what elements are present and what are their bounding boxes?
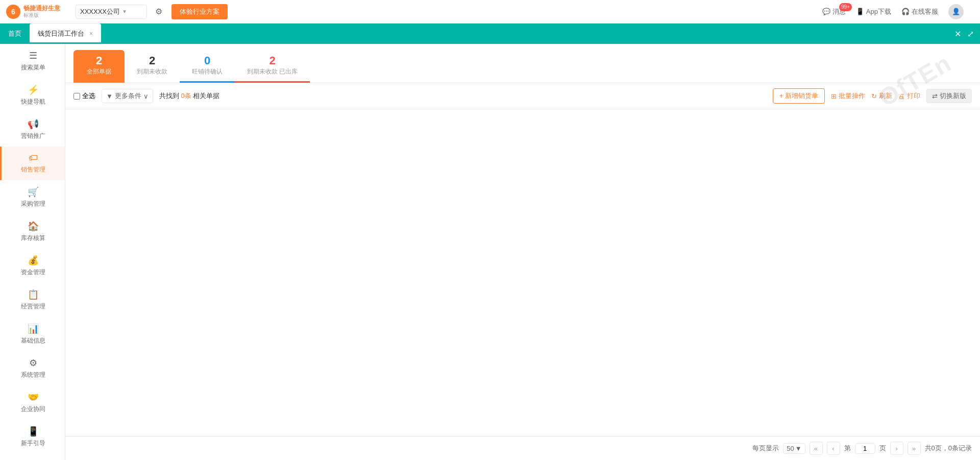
marketing-icon: 📢 (28, 118, 39, 130)
page-label: 第 (844, 444, 851, 453)
company-name: XXXXXX公司 (80, 7, 120, 16)
sidebar-item-inventory[interactable]: 🏠 库存核算 (0, 214, 65, 249)
batch-icon: ⊞ (831, 92, 837, 100)
company-selector[interactable]: XXXXXX公司 ▼ (76, 5, 147, 19)
sidebar-item-search-menu[interactable]: ☰ 搜索菜单 (0, 44, 65, 78)
search-menu-icon: ☰ (29, 50, 37, 61)
print-button[interactable]: 🖨 打印 (898, 91, 920, 101)
select-all-label: 全选 (82, 91, 95, 101)
batch-operation-button[interactable]: ⊞ 批量操作 (831, 91, 865, 101)
select-all-checkbox[interactable]: 全选 (74, 91, 95, 101)
avatar-icon: 👤 (952, 8, 960, 15)
stat-num-shipped: 2 (270, 54, 276, 67)
content-area: 2 全部单据 2 到期未收款 0 旺铺待确认 2 到期未收款 已出库 全选 (65, 44, 980, 460)
stat-tab-overdue[interactable]: 2 到期未收款 (125, 50, 180, 83)
switch-new-version-button[interactable]: ⇄ 切换新版 (926, 89, 972, 103)
toolbar: 全选 ▼ 更多条件 ∨ 共找到 0条 相关单据 + 新增销货单 ⊞ 批量操作 ↻ (65, 83, 980, 109)
filter-chevron-icon: ∨ (143, 92, 149, 100)
sidebar-item-purchase-label: 采购管理 (21, 200, 45, 208)
tab-minimize-button[interactable]: ✕ (952, 27, 963, 41)
top-header: 6 畅捷通好生意 标准版 XXXXXX公司 ▼ ⚙ 体验行业方案 💬 消息 99… (0, 0, 980, 23)
sidebar-item-finance-label: 资金管理 (21, 268, 45, 277)
sidebar-item-marketing[interactable]: 📢 营销推广 (0, 112, 65, 147)
prev-page-button[interactable]: ‹ (827, 442, 840, 455)
sidebar-item-cooperation[interactable]: 🤝 企业协同 (0, 385, 65, 420)
next-page-button[interactable]: › (890, 442, 903, 455)
tab-close-icon[interactable]: × (89, 30, 93, 37)
stat-tab-pending[interactable]: 0 旺铺待确认 (180, 50, 235, 83)
toolbar-right: + 新增销货单 ⊞ 批量操作 ↻ 刷新 🖨 打印 ⇄ 切换新版 (773, 88, 972, 104)
header-right: 💬 消息 99+ 📱 App下载 🎧 在线客服 👤 (822, 4, 974, 19)
tab-expand-button[interactable]: ⤢ (965, 27, 976, 41)
sidebar-item-base-info-label: 基础信息 (21, 336, 45, 345)
print-icon: 🖨 (898, 92, 905, 100)
total-records: 共0页，0条记录 (925, 444, 972, 453)
avatar[interactable]: 👤 (948, 4, 964, 19)
pagination: 每页显示 50 ▼ « ‹ 第 页 › » 共0页，0条记录 (65, 436, 980, 460)
found-prefix: 共找到 (159, 92, 179, 100)
settings-gear-button[interactable]: ⚙ (151, 4, 166, 19)
logo-sub: 标准版 (23, 12, 60, 18)
tab-home[interactable]: 首页 (0, 23, 30, 44)
sidebar-item-quick-nav-label: 快捷导航 (21, 98, 45, 106)
stat-tab-shipped[interactable]: 2 到期未收款 已出库 (235, 50, 310, 83)
stat-tab-all[interactable]: 2 全部单据 (74, 50, 125, 83)
per-page-select[interactable]: 50 ▼ (783, 443, 805, 454)
last-page-button[interactable]: » (908, 442, 921, 455)
message-button[interactable]: 💬 消息 99+ (822, 7, 846, 16)
select-all-input[interactable] (74, 93, 80, 100)
sidebar-item-sales-label: 销售管理 (21, 165, 45, 174)
tab-active[interactable]: 钱货日清工作台 × (30, 23, 101, 44)
sidebar-item-purchase[interactable]: 🛒 采购管理 (0, 180, 65, 214)
found-text: 共找到 0条 相关单据 (159, 91, 219, 101)
app-download-button[interactable]: 📱 App下载 (856, 7, 891, 16)
sidebar-item-quick-nav[interactable]: ⚡ 快捷导航 (0, 78, 65, 112)
batch-label: 批量操作 (839, 91, 865, 101)
filter-more-button[interactable]: ▼ 更多条件 ∨ (102, 89, 153, 103)
page-input[interactable] (855, 443, 875, 454)
app-logo-icon: 6 (6, 5, 20, 19)
sidebar-item-marketing-label: 营销推广 (21, 132, 45, 140)
tab-active-label: 钱货日清工作台 (38, 29, 84, 38)
message-icon: 💬 (822, 8, 830, 15)
first-page-button[interactable]: « (810, 442, 823, 455)
base-info-icon: 📊 (28, 323, 39, 334)
sidebar-item-sales[interactable]: 🏷 销售管理 (0, 147, 65, 180)
logo-area: 6 畅捷通好生意 标准版 (6, 5, 71, 19)
print-label: 打印 (907, 91, 920, 101)
stat-num-all: 2 (96, 54, 102, 67)
sidebar-item-system[interactable]: ⚙ 系统管理 (0, 351, 65, 385)
finance-icon: 💰 (28, 255, 39, 266)
refresh-button[interactable]: ↻ 刷新 (871, 91, 892, 101)
service-icon: 🎧 (901, 8, 910, 15)
add-sales-order-button[interactable]: + 新增销货单 (773, 88, 825, 104)
tab-actions: ✕ ⤢ (952, 27, 980, 41)
filter-icon: ▼ (106, 92, 113, 100)
message-badge: 99+ (839, 3, 852, 11)
trial-button[interactable]: 体验行业方案 (172, 4, 228, 19)
sidebar-item-finance[interactable]: 💰 资金管理 (0, 249, 65, 283)
tab-bar: 首页 钱货日清工作台 × ✕ ⤢ (0, 23, 980, 44)
found-suffix: 相关单据 (193, 92, 219, 100)
switch-label: 切换新版 (940, 91, 966, 101)
sidebar-item-cooperation-label: 企业协同 (21, 405, 45, 414)
service-label: 在线客服 (912, 7, 938, 16)
sidebar-item-operations-label: 经营管理 (21, 302, 45, 311)
purchase-icon: 🛒 (28, 186, 39, 198)
per-page-value: 50 (787, 445, 794, 452)
tab-home-label: 首页 (8, 29, 21, 38)
app-download-icon: 📱 (856, 8, 864, 15)
stat-label-shipped: 到期未收款 已出库 (247, 67, 298, 76)
logo-text-block: 畅捷通好生意 标准版 (23, 5, 60, 18)
stat-label-pending: 旺铺待确认 (192, 67, 223, 76)
sidebar-item-base-info[interactable]: 📊 基础信息 (0, 317, 65, 351)
sidebar-item-inventory-label: 库存核算 (21, 234, 45, 243)
cooperation-icon: 🤝 (28, 392, 39, 403)
sidebar-item-guide-label: 新手引导 (21, 439, 45, 448)
sidebar-item-guide[interactable]: 📱 新手引导 (0, 420, 65, 454)
logo-title: 畅捷通好生意 (23, 5, 60, 12)
sidebar-item-app-center[interactable]: 🔔 应用中心 (0, 454, 65, 460)
system-icon: ⚙ (29, 357, 37, 369)
online-service-button[interactable]: 🎧 在线客服 (901, 7, 938, 16)
sidebar-item-operations[interactable]: 📋 经营管理 (0, 283, 65, 317)
